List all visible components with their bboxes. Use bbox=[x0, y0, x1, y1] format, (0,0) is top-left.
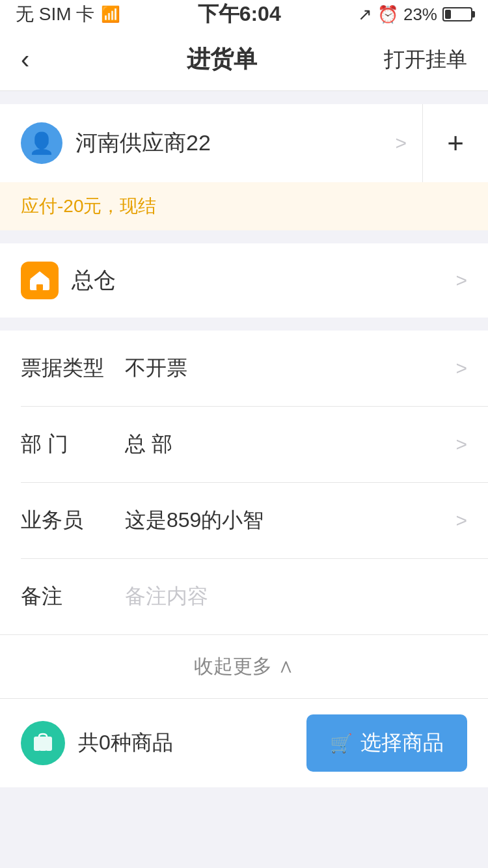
warehouse-icon bbox=[21, 262, 59, 299]
supplier-section: 👤 河南供应商22 > + bbox=[0, 104, 488, 182]
carrier-label: 无 SIM 卡 bbox=[16, 2, 94, 27]
battery-icon bbox=[442, 7, 472, 21]
warehouse-label: 总仓 bbox=[72, 265, 449, 295]
divider-top bbox=[0, 91, 488, 104]
svg-rect-3 bbox=[34, 737, 52, 751]
department-row[interactable]: 部 门 总 部 > bbox=[0, 407, 488, 482]
avatar-icon: 👤 bbox=[29, 131, 55, 156]
status-left: 无 SIM 卡 📶 bbox=[16, 2, 120, 27]
salesperson-label: 业务员 bbox=[21, 506, 125, 535]
battery-percent: 23% bbox=[403, 5, 437, 25]
status-time: 下午6:04 bbox=[198, 0, 281, 29]
warehouse-chevron-icon: > bbox=[455, 269, 467, 292]
salesperson-value: 这是859的小智 bbox=[125, 506, 449, 535]
select-goods-button[interactable]: 🛒 选择商品 bbox=[306, 714, 467, 772]
remark-row[interactable]: 备注 备注内容 bbox=[0, 559, 488, 634]
svg-point-5 bbox=[45, 751, 48, 754]
page-title: 进货单 bbox=[187, 44, 257, 75]
invoice-type-value: 不开票 bbox=[125, 354, 449, 383]
select-goods-label: 选择商品 bbox=[360, 729, 444, 757]
department-label: 部 门 bbox=[21, 430, 125, 459]
status-bar: 无 SIM 卡 📶 下午6:04 ↗ ⏰ 23% bbox=[0, 0, 488, 29]
supplier-selector[interactable]: 👤 河南供应商22 > bbox=[0, 104, 423, 182]
salesperson-row[interactable]: 业务员 这是859的小智 > bbox=[0, 483, 488, 558]
goods-count-label: 共0种商品 bbox=[78, 729, 293, 757]
remark-label: 备注 bbox=[21, 582, 125, 611]
open-pending-button[interactable]: 打开挂单 bbox=[384, 46, 467, 74]
status-right: ↗ ⏰ 23% bbox=[358, 5, 472, 25]
add-supplier-button[interactable]: + bbox=[423, 127, 488, 159]
invoice-type-row[interactable]: 票据类型 不开票 > bbox=[0, 331, 488, 406]
collapse-label: 收起更多 ∧ bbox=[194, 655, 293, 677]
svg-point-4 bbox=[38, 751, 42, 754]
back-button[interactable]: ‹ bbox=[21, 45, 60, 74]
divider-warehouse bbox=[0, 230, 488, 243]
remark-placeholder: 备注内容 bbox=[125, 582, 467, 611]
alarm-icon: ⏰ bbox=[377, 5, 398, 25]
supplier-name: 河南供应商22 bbox=[75, 128, 388, 158]
department-value: 总 部 bbox=[125, 430, 449, 459]
payable-notice: 应付-20元，现结 bbox=[0, 182, 488, 230]
select-goods-icon: 🛒 bbox=[330, 733, 353, 754]
svg-marker-1 bbox=[30, 271, 49, 279]
form-section: 票据类型 不开票 > 部 门 总 部 > 业务员 这是859的小智 > 备注 备… bbox=[0, 331, 488, 698]
collapse-row[interactable]: 收起更多 ∧ bbox=[0, 634, 488, 698]
location-icon: ↗ bbox=[358, 5, 372, 25]
salesperson-chevron-icon: > bbox=[455, 509, 467, 532]
invoice-type-label: 票据类型 bbox=[21, 354, 125, 383]
nav-bar: ‹ 进货单 打开挂单 bbox=[0, 29, 488, 91]
department-chevron-icon: > bbox=[455, 433, 467, 455]
page-rest bbox=[0, 787, 488, 868]
warehouse-row[interactable]: 总仓 > bbox=[0, 243, 488, 318]
avatar: 👤 bbox=[21, 122, 62, 164]
bottom-bar: 共0种商品 🛒 选择商品 bbox=[0, 698, 488, 787]
svg-rect-2 bbox=[36, 284, 43, 290]
chevron-right-icon: > bbox=[395, 132, 407, 154]
cart-icon bbox=[21, 721, 65, 765]
invoice-chevron-icon: > bbox=[455, 357, 467, 379]
wifi-icon: 📶 bbox=[101, 5, 120, 23]
